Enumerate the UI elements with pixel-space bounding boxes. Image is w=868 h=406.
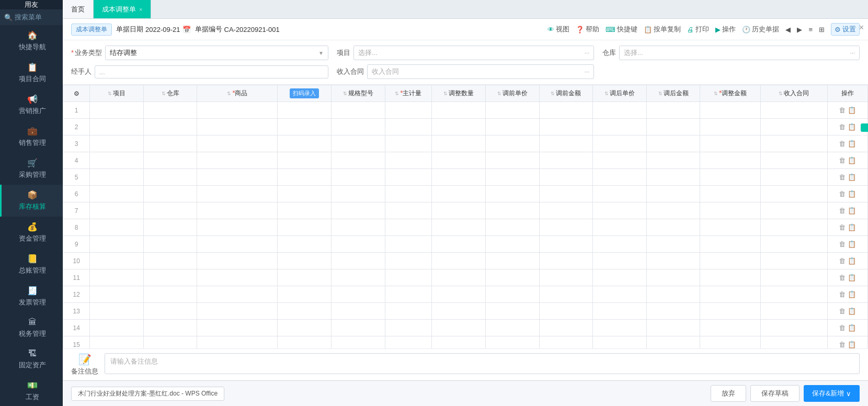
adj-qty-cell[interactable] <box>432 236 486 253</box>
col-goods-header[interactable]: ⇅*商品 <box>197 85 278 102</box>
prev-price-cell[interactable] <box>485 136 539 152</box>
spec-cell[interactable] <box>331 119 385 136</box>
goods-cell[interactable] <box>197 119 278 136</box>
col-after-amount-header[interactable]: ⇅调后金额 <box>646 85 700 102</box>
col-settings-header[interactable]: ⚙ <box>63 85 90 102</box>
project-cell[interactable] <box>90 269 144 286</box>
delete-row-icon[interactable]: 🗑 <box>839 274 846 281</box>
main-unit-cell[interactable] <box>385 202 432 219</box>
income-contract-cell[interactable] <box>760 236 827 253</box>
delete-row-icon[interactable]: 🗑 <box>839 123 846 131</box>
main-unit-cell[interactable] <box>385 269 432 286</box>
warehouse-cell[interactable] <box>143 286 197 303</box>
copy-row-icon[interactable]: 📋 <box>848 156 856 164</box>
goods-cell[interactable] <box>197 253 278 269</box>
income-contract-cell[interactable] <box>760 286 827 303</box>
adj-qty-cell[interactable] <box>432 186 486 202</box>
warehouse-cell[interactable] <box>143 303 197 320</box>
col-project-header[interactable]: ⇅项目 <box>90 85 144 102</box>
sidebar-item-invoice-mgmt[interactable]: 🧾 发票管理 <box>0 280 63 312</box>
adj-amount-cell[interactable] <box>700 236 760 253</box>
copy-row-icon[interactable]: 📋 <box>848 190 856 198</box>
prev-amount-cell[interactable] <box>539 236 593 253</box>
adj-amount-cell[interactable] <box>700 202 760 219</box>
after-amount-cell[interactable] <box>646 102 700 119</box>
adj-qty-cell[interactable] <box>432 202 486 219</box>
scan-cell[interactable] <box>278 202 332 219</box>
delete-row-icon[interactable]: 🗑 <box>839 173 846 181</box>
action-settings[interactable]: ⚙ 设置 <box>831 23 860 36</box>
income-contract-input[interactable]: 收入合同 ··· <box>367 64 594 79</box>
save-new-dropdown-icon[interactable]: ∨ <box>846 390 851 398</box>
copy-row-icon[interactable]: 📋 <box>848 341 856 348</box>
project-ellipsis-icon[interactable]: ··· <box>585 50 589 56</box>
adj-qty-cell[interactable] <box>432 253 486 269</box>
after-amount-cell[interactable] <box>646 202 700 219</box>
sidebar-item-purchase-mgmt[interactable]: 🛒 采购管理 <box>0 153 63 185</box>
main-unit-cell[interactable] <box>385 102 432 119</box>
goods-cell[interactable] <box>197 269 278 286</box>
discard-button[interactable]: 放弃 <box>711 385 746 402</box>
copy-row-icon[interactable]: 📋 <box>848 207 856 215</box>
prev-price-cell[interactable] <box>485 336 539 349</box>
main-unit-cell[interactable] <box>385 152 432 169</box>
warehouse-cell[interactable] <box>143 336 197 349</box>
delete-row-icon[interactable]: 🗑 <box>839 341 846 348</box>
income-contract-cell[interactable] <box>760 186 827 202</box>
main-unit-cell[interactable] <box>385 119 432 136</box>
col-main-unit-header[interactable]: ⇅*主计量 <box>385 85 432 102</box>
adj-qty-cell[interactable] <box>432 269 486 286</box>
warehouse-cell[interactable] <box>143 253 197 269</box>
after-price-cell[interactable] <box>593 119 647 136</box>
warehouse-cell[interactable] <box>143 186 197 202</box>
warehouse-cell[interactable] <box>143 136 197 152</box>
after-amount-cell[interactable] <box>646 253 700 269</box>
main-unit-cell[interactable] <box>385 236 432 253</box>
prev-price-cell[interactable] <box>485 119 539 136</box>
goods-cell[interactable] <box>197 186 278 202</box>
income-contract-cell[interactable] <box>760 269 827 286</box>
action-shortcut[interactable]: ⌨快捷键 <box>606 25 637 34</box>
spec-cell[interactable] <box>331 236 385 253</box>
project-cell[interactable] <box>90 202 144 219</box>
after-price-cell[interactable] <box>593 169 647 186</box>
warehouse-cell[interactable] <box>143 102 197 119</box>
adj-qty-cell[interactable] <box>432 102 486 119</box>
warehouse-cell[interactable] <box>143 320 197 336</box>
scan-cell[interactable] <box>278 169 332 186</box>
warehouse-cell[interactable] <box>143 169 197 186</box>
adj-amount-cell[interactable] <box>700 269 760 286</box>
action-view[interactable]: 👁视图 <box>547 25 569 34</box>
scan-cell[interactable] <box>278 320 332 336</box>
action-operations[interactable]: ▶操作 <box>715 25 736 34</box>
income-contract-cell[interactable] <box>760 119 827 136</box>
action-nav-next[interactable]: ▶ <box>797 26 802 33</box>
adj-qty-cell[interactable] <box>432 119 486 136</box>
prev-price-cell[interactable] <box>485 303 539 320</box>
spec-cell[interactable] <box>331 186 385 202</box>
after-price-cell[interactable] <box>593 152 647 169</box>
prev-amount-cell[interactable] <box>539 136 593 152</box>
income-contract-cell[interactable] <box>760 320 827 336</box>
goods-cell[interactable] <box>197 102 278 119</box>
col-income-contract-header[interactable]: ⇅收入合同 <box>760 85 827 102</box>
prev-price-cell[interactable] <box>485 186 539 202</box>
col-adj-amount-header[interactable]: ⇅*调整金额 <box>700 85 760 102</box>
scan-cell[interactable] <box>278 119 332 136</box>
income-contract-cell[interactable] <box>760 169 827 186</box>
income-contract-cell[interactable] <box>760 336 827 349</box>
copy-row-icon[interactable]: 📋 <box>848 257 856 265</box>
action-nav-prev[interactable]: ◀ <box>785 26 791 33</box>
scan-cell[interactable] <box>278 336 332 349</box>
copy-row-icon[interactable]: 📋 <box>848 140 856 148</box>
prev-price-cell[interactable] <box>485 169 539 186</box>
after-price-cell[interactable] <box>593 269 647 286</box>
after-amount-cell[interactable] <box>646 219 700 236</box>
after-price-cell[interactable] <box>593 102 647 119</box>
prev-amount-cell[interactable] <box>539 152 593 169</box>
spec-cell[interactable] <box>331 303 385 320</box>
income-contract-ellipsis-icon[interactable]: ··· <box>585 69 589 75</box>
after-amount-cell[interactable] <box>646 303 700 320</box>
project-cell[interactable] <box>90 286 144 303</box>
income-contract-cell[interactable] <box>760 219 827 236</box>
